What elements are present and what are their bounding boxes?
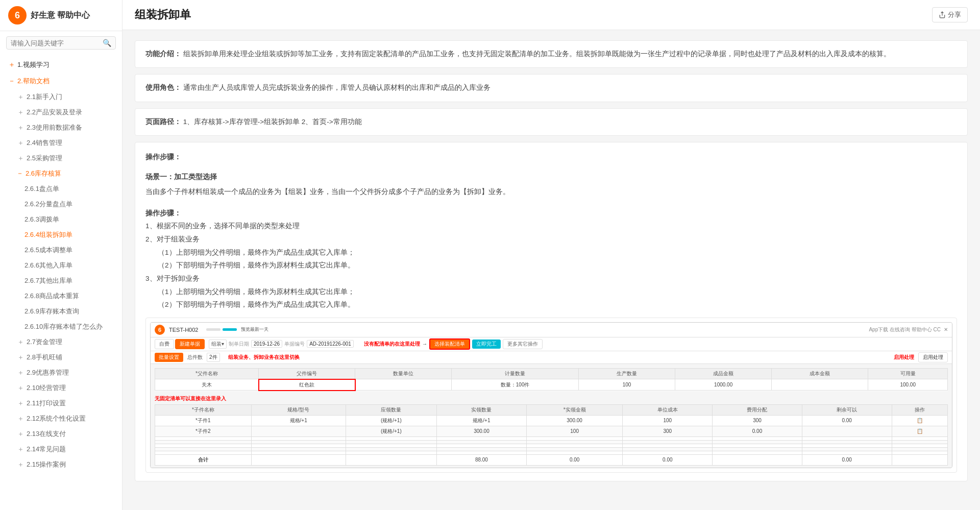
close-icon[interactable]: ✕ [944, 327, 948, 332]
path-label: 页面路径： [145, 118, 181, 126]
path-block: 页面路径： 1、库存核算->库存管理->组装拆卸单 2、首页->常用功能 [135, 108, 968, 136]
nav-section: ＋ 1.视频学习 － 2.帮助文档 ＋ 2.1新手入门 ＋ 2.2产品安装及登录… [0, 55, 122, 474]
sidebar-item-faq[interactable]: ＋ 2.14常见问题 [0, 442, 122, 457]
sidebar-item-finance[interactable]: ＋ 2.7资金管理 [0, 334, 122, 350]
sidebar-item-new[interactable]: ＋ 2.1新手入门 [0, 89, 122, 105]
sidebar-item-install[interactable]: ＋ 2.2产品安装及登录 [0, 105, 122, 120]
tab-new[interactable]: 新建单据 [175, 339, 205, 349]
content-area: 功能介绍： 组装拆卸单用来处理企业组装或拆卸等加工业务，支持有固定装配清单的产品… [122, 30, 980, 510]
parent-produce-cell: 100 [578, 379, 675, 391]
col-parent-code: 父件编号 [259, 368, 355, 379]
sidebar-item-cases[interactable]: ＋ 2.15操作案例 [0, 457, 122, 472]
sidebar-item-biz[interactable]: ＋ 2.10经营管理 [0, 380, 122, 396]
search-input[interactable] [11, 39, 103, 47]
parent-basecost-cell [772, 379, 868, 391]
sidebar-label-faq: 2.14常见问题 [27, 445, 66, 454]
sidebar-label-install: 2.2产品安装及登录 [27, 108, 82, 117]
search-box[interactable]: 🔍 [6, 36, 116, 50]
func-intro-block: 功能介绍： 组装拆卸单用来处理企业组装或拆卸等加工业务，支持有固定装配清单的产品… [135, 40, 968, 68]
sidebar-item-purchase[interactable]: ＋ 2.5采购管理 [0, 151, 122, 166]
sidebar-item-265[interactable]: 2.6.5成本调整单 [0, 242, 122, 258]
expand-icon-system: ＋ [16, 415, 24, 423]
expand-icon-docs: － [8, 77, 15, 86]
sidebar-label-261: 2.6.1盘点单 [24, 184, 59, 193]
table-row [155, 444, 948, 447]
arrow-right: → [422, 341, 427, 347]
sidebar-item-264[interactable]: 2.6.4组装拆卸单 [0, 227, 122, 242]
sidebar-item-263[interactable]: 2.6.3调拨单 [0, 212, 122, 227]
expand-icon-purchase: ＋ [16, 154, 24, 162]
sidebar-label-purchase: 2.5采购管理 [27, 154, 62, 163]
type-select-zuangzhuang[interactable]: 组装▾ [209, 339, 227, 349]
sidebar-label-264: 2.6.4组装拆卸单 [24, 230, 72, 239]
sidebar-item-prepare[interactable]: ＋ 2.3使用前数据准备 [0, 120, 122, 135]
sidebar-label-video: 1.视频学习 [17, 60, 50, 69]
sidebar-item-261[interactable]: 2.6.1盘点单 [0, 181, 122, 197]
sidebar-item-coupon[interactable]: ＋ 2.9优惠券管理 [0, 365, 122, 380]
path-text: 1、库存核算->库存管理->组装拆卸单 2、首页->常用功能 [183, 118, 362, 126]
total-count-value: 2件 [207, 353, 220, 362]
col-child-remain: 剩余可以 [802, 404, 892, 415]
btn-more-ops[interactable]: 更多其它操作 [503, 339, 543, 349]
col-child-ops: 操作 [892, 404, 947, 415]
step3-sub1: （1）上部明细为父件明细，最终作为原材料生成其它出库单； [145, 285, 957, 299]
app-screenshot: 6 TEST-H002 预览最新一天 App下载 在线咨询 帮助中心 CC ✕ [150, 322, 952, 468]
col-parent-produce: 生产数量 [578, 368, 675, 379]
sidebar-label-system: 2.12系统个性化设置 [27, 414, 86, 423]
sidebar-item-payment[interactable]: ＋ 2.13在线支付 [0, 426, 122, 442]
sidebar-label-263: 2.6.3调拨单 [24, 215, 59, 224]
step2-sub2: （2）下部明细为子件明细，最终作为原材料生成其它出库单。 [145, 259, 957, 272]
sidebar-item-2610[interactable]: 2.6.10库存账本错了怎么办 [0, 319, 122, 334]
col-child-amount: *实领金额 [526, 404, 623, 415]
sidebar-label-cases: 2.15操作案例 [27, 460, 66, 469]
logo-icon: 6 [8, 6, 27, 25]
order-label: 单据编号 [284, 341, 305, 348]
sidebar-label-biz: 2.10经营管理 [27, 383, 66, 393]
sidebar-item-262[interactable]: 2.6.2分量盘点单 [0, 197, 122, 212]
tab-zifei[interactable]: 自费 [155, 339, 174, 349]
sidebar-item-267[interactable]: 2.6.7其他出库单 [0, 273, 122, 288]
sidebar-header: 6 好生意 帮助中心 [0, 0, 122, 31]
table-row [155, 451, 948, 454]
col-parent-unit: 数量单位 [355, 368, 452, 379]
expand-icon-prepare: ＋ [16, 124, 24, 132]
sidebar-label-269: 2.6.9库存账本查询 [24, 307, 79, 316]
order-value: AD-20191226-001 [307, 340, 354, 348]
col-parent-name: *父件名称 [155, 368, 259, 379]
step2-sub1: （1）上部明细为父件明细，最终作为产成品生成其它入库单； [145, 246, 957, 259]
sidebar-label-262: 2.6.2分量盘点单 [24, 200, 72, 209]
logo-text: 好生意 帮助中心 [31, 10, 90, 21]
sidebar-label-267: 2.6.7其他出库单 [24, 276, 72, 285]
role-block: 使用角色： 通常由生产人员或库管人员完成拆装业务的操作，库管人员确认原材料的出库… [135, 74, 968, 102]
sidebar-item-269[interactable]: 2.6.9库存账本查询 [0, 304, 122, 319]
expand-icon-cases: ＋ [16, 460, 24, 469]
sidebar-label-print: 2.11打印设置 [27, 399, 66, 408]
annotation-enable: 启用处理 [894, 354, 914, 361]
expand-icon-payment: ＋ [16, 430, 24, 438]
col-child-actual: 实领数量 [437, 404, 527, 415]
sidebar-item-system[interactable]: ＋ 2.12系统个性化设置 [0, 411, 122, 426]
btn-batch[interactable]: 批量设置 [155, 353, 183, 362]
ops-title: 操作步骤： [145, 151, 957, 164]
sidebar-item-stock[interactable]: － 2.6库存核算 [0, 166, 122, 181]
annotation-switch: 组装业务、拆卸业务在这里切换 [228, 354, 300, 361]
sidebar-item-video[interactable]: ＋ 1.视频学习 [0, 57, 122, 73]
date-value[interactable]: 2019-12-26 [251, 340, 282, 348]
role-label: 使用角色： [145, 84, 181, 91]
share-button[interactable]: 分享 [932, 7, 968, 22]
main-content: 组装拆卸单 分享 功能介绍： 组装拆卸单用来处理企业组装或拆卸等加工业务，支持有… [122, 0, 980, 510]
btn-qiyong[interactable]: 启用处理 [918, 352, 948, 362]
total-count-label: 总件数 [187, 354, 203, 361]
sidebar-item-268[interactable]: 2.6.8商品成本重算 [0, 288, 122, 304]
ops-steps-sub-title: 操作步骤： [145, 207, 957, 220]
sidebar-item-docs[interactable]: － 2.帮助文档 [0, 73, 122, 89]
sidebar-item-266[interactable]: 2.6.6其他入库单 [0, 258, 122, 273]
sidebar-item-print[interactable]: ＋ 2.11打印设置 [0, 396, 122, 411]
search-icon[interactable]: 🔍 [103, 39, 111, 47]
btn-select-list[interactable]: 选择装配清单 [429, 338, 470, 350]
sidebar-item-mobile[interactable]: ＋ 2.8手机旺铺 [0, 350, 122, 365]
btn-immediate[interactable]: 立即完工 [472, 339, 501, 349]
table-footer: 合计 88.00 0.00 0.00 0.00 [155, 454, 948, 465]
col-child-plan: 应领数量 [346, 404, 437, 415]
sidebar-item-sales[interactable]: ＋ 2.4销售管理 [0, 135, 122, 151]
